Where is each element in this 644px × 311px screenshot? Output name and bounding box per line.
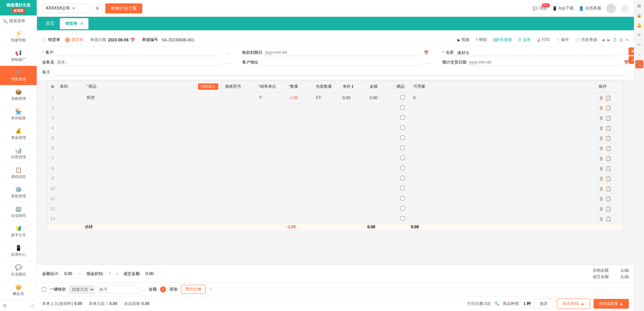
close-form-icon[interactable]: ✕ xyxy=(626,38,629,42)
sidebar-item-system[interactable]: ⚙️ 系统管理 xyxy=(0,183,37,202)
video-btn[interactable]: ▶ 视频 xyxy=(456,36,471,43)
customer-addr-input[interactable] xyxy=(260,59,422,66)
copy-icon[interactable]: 📋 xyxy=(605,156,611,161)
gift-checkbox[interactable] xyxy=(401,135,405,140)
tab-home[interactable]: 首页 xyxy=(40,18,60,29)
copy-icon[interactable]: 📋 xyxy=(605,166,611,171)
account-dots[interactable]: ... xyxy=(142,287,145,292)
copy-icon[interactable]: 📋 xyxy=(605,135,611,141)
delete-icon[interactable]: 🗑 xyxy=(599,156,604,161)
tab-close-icon[interactable]: × xyxy=(80,21,83,26)
gift-checkbox[interactable] xyxy=(401,146,405,150)
settlement-method-select[interactable]: 结算方式 xyxy=(69,285,95,294)
sidebar-item-basic[interactable]: 📋 基础信息 xyxy=(0,163,37,183)
customer-addr-dots[interactable]: ... xyxy=(425,60,429,65)
message-button[interactable]: 💬 消息 99+ xyxy=(533,5,547,11)
delete-icon[interactable]: 🗑 xyxy=(599,176,604,181)
scan-btn[interactable]: 扫码录入 xyxy=(198,83,218,90)
sidebar-item-sales[interactable]: 🛒 销售管理 xyxy=(0,66,37,85)
expense-split-btn[interactable]: 费用分摊 xyxy=(181,285,206,294)
online-service-button[interactable]: 👤 在线客服 xyxy=(579,5,601,11)
right-panel-tool[interactable]: 🔧 xyxy=(635,60,643,68)
company-selector[interactable]: XXXXXX公司 ▼ xyxy=(42,4,89,13)
copy-icon[interactable]: 📋 xyxy=(605,125,611,131)
radio-return[interactable]: 退货单 xyxy=(65,37,83,43)
right-panel-eye[interactable]: 👁 xyxy=(635,31,643,39)
settings-icon[interactable]: ⚙ xyxy=(92,4,102,13)
list-view-icon[interactable]: ☰ xyxy=(613,38,617,42)
radio-sales[interactable]: 销货单 xyxy=(42,37,60,43)
product-type-icon[interactable]: 🔍 xyxy=(494,301,499,306)
next-icon[interactable]: ▶ xyxy=(607,38,610,42)
delete-icon[interactable]: 🗑 xyxy=(599,125,604,131)
sidebar-item-appstore[interactable]: 📱 应用中心 xyxy=(0,241,37,261)
sidebar-item-guide[interactable]: 🔰 新手引导 xyxy=(0,222,37,241)
right-panel-star[interactable]: ☆ xyxy=(635,50,643,59)
delete-icon[interactable]: 🗑 xyxy=(599,166,604,171)
gift-checkbox[interactable] xyxy=(401,206,405,210)
pay-due-input[interactable] xyxy=(264,49,422,56)
sidebar-item-inventory[interactable]: 🏪 库存核算 xyxy=(0,105,37,124)
gift-checkbox[interactable] xyxy=(401,216,405,221)
delete-icon[interactable]: 🗑 xyxy=(599,186,604,191)
settings-bottom-icon[interactable]: ⚙ xyxy=(3,303,7,308)
sidebar-item-enterprise[interactable]: 🏢 企业协同 xyxy=(0,202,37,222)
delete-icon[interactable]: 🗑 xyxy=(599,105,604,111)
sidebar-item-quick-nav[interactable]: ⚡ 快捷导航 xyxy=(0,27,37,46)
tab-sales-order[interactable]: 销货单 × xyxy=(60,18,88,29)
app-download-button[interactable]: 📱 App下载 xyxy=(552,5,574,11)
copy-icon[interactable]: 📋 xyxy=(605,115,611,121)
sidebar-search[interactable]: 🔍 搜索菜单 xyxy=(0,15,37,27)
settings-action-btn[interactable]: ⚙ 设置 xyxy=(629,47,634,55)
avatar[interactable] xyxy=(606,4,616,13)
save-new-button[interactable]: 保存&新增 ▲ xyxy=(594,299,629,309)
expected-date-input[interactable] xyxy=(468,59,622,66)
expense-help-icon[interactable]: ? xyxy=(209,287,212,292)
copy-icon[interactable]: 📋 xyxy=(605,95,611,101)
gift-checkbox[interactable] xyxy=(401,176,405,180)
delete-icon[interactable]: 🗑 xyxy=(599,95,604,101)
gift-checkbox[interactable] xyxy=(401,186,405,190)
warehouse-input[interactable] xyxy=(455,49,622,56)
add-payment-btn[interactable]: + xyxy=(160,286,166,293)
question-icon[interactable]: ? xyxy=(109,271,111,276)
logistics-action-btn[interactable]: + 物流 xyxy=(629,56,634,64)
gift-checkbox[interactable] xyxy=(401,196,405,200)
copy-icon[interactable]: 📋 xyxy=(605,186,611,191)
trial-button[interactable]: 体验行业方案 xyxy=(105,3,142,13)
discard-button[interactable]: 放弃 xyxy=(534,299,554,309)
delete-icon[interactable]: 🗑 xyxy=(599,216,604,222)
avatar2[interactable] xyxy=(621,4,629,12)
calendar-icon[interactable]: 📅 xyxy=(130,38,135,42)
col-header-gear[interactable]: ⚙ xyxy=(48,81,58,93)
collapse-icon[interactable]: ◁ xyxy=(30,303,34,308)
delete-icon[interactable]: 🗑 xyxy=(599,146,604,151)
select-btn[interactable]: ☰ 选单 xyxy=(516,36,532,43)
right-panel-bell[interactable]: 🔔 xyxy=(635,21,643,29)
copy-icon[interactable]: 📋 xyxy=(605,196,611,201)
gift-checkbox[interactable] xyxy=(401,125,405,130)
gift-checkbox[interactable] xyxy=(401,166,405,170)
operate-btn[interactable]: ⋮ 操作 xyxy=(554,36,571,43)
save-draft-button[interactable]: 保存草稿 ▲ xyxy=(557,299,590,309)
delete-icon[interactable]: 🗑 xyxy=(599,115,604,121)
customer-input[interactable] xyxy=(55,49,222,56)
salesperson-dots[interactable]: ... xyxy=(225,60,229,65)
sidebar-item-marketing[interactable]: 📢 营销推广 xyxy=(0,46,37,66)
right-panel-edit[interactable]: ✏ xyxy=(635,41,643,49)
customer-dots[interactable]: ... xyxy=(225,50,229,55)
col-header-scan[interactable]: 扫码录入 xyxy=(196,81,223,93)
sidebar-item-member[interactable]: 👑 畅会员 xyxy=(0,280,37,300)
account-input[interactable] xyxy=(98,286,139,293)
copy-icon[interactable]: 📋 xyxy=(605,105,611,111)
copy-icon[interactable]: 📋 xyxy=(605,146,611,151)
delete-icon[interactable]: 🗑 xyxy=(599,206,604,211)
copy-icon[interactable]: 📋 xyxy=(605,176,611,181)
one-click-pay-checkbox[interactable] xyxy=(42,287,46,291)
copy-icon[interactable]: 📋 xyxy=(605,216,611,222)
sidebar-item-purchase[interactable]: 📦 采购管理 xyxy=(0,85,37,105)
sidebar-item-finance[interactable]: 💰 资金管理 xyxy=(0,124,37,144)
pay-due-calendar-icon[interactable]: 📅 xyxy=(424,50,429,55)
debit-info-icon[interactable]: ℹ xyxy=(106,301,108,306)
delete-icon[interactable]: 🗑 xyxy=(599,135,604,141)
